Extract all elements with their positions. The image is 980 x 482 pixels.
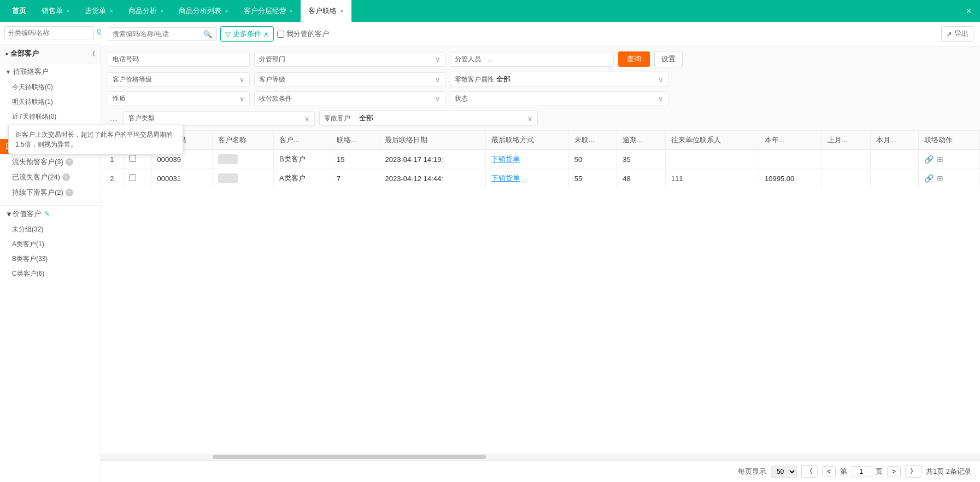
- filter-bar: 🔍 ▽ 更多条件 ∧ 我分管的客户 ↗ 导出: [101, 22, 980, 47]
- col-contact-count-header[interactable]: 联络...: [331, 131, 379, 150]
- col-last-method-header[interactable]: 最后联络方式: [486, 131, 568, 150]
- tab-sales[interactable]: 销售单 ×: [34, 0, 77, 22]
- value-customer-arrow-icon: ▼: [5, 210, 13, 218]
- close-customer-tier-tab[interactable]: ×: [290, 8, 293, 14]
- sidebar-item-today[interactable]: 今天待联络(0): [0, 80, 101, 95]
- sidebar-collapse-btn[interactable]: 《: [89, 50, 95, 58]
- contact-grid-icon[interactable]: ⊞: [937, 174, 943, 183]
- persist-decrease-help-icon[interactable]: ?: [66, 189, 73, 196]
- price-grade-input[interactable]: [152, 76, 239, 83]
- phone-input[interactable]: [145, 55, 245, 63]
- close-purchase-tab[interactable]: ×: [109, 8, 113, 14]
- retail-attr-dropdown-icon[interactable]: ∨: [658, 76, 664, 84]
- col-name-header[interactable]: 客户名称: [213, 131, 274, 150]
- table-area: ⚙ 客户编码 客户名称 客户... 联络... 最后联络日期 最后联络方式 未联…: [101, 131, 980, 454]
- customer-type-input[interactable]: [161, 114, 304, 122]
- page-number-input[interactable]: [852, 466, 871, 477]
- last-page-button[interactable]: 》: [905, 465, 922, 478]
- col-contact-person-header[interactable]: 往来单位联系人: [665, 131, 759, 150]
- close-product-analysis-tab[interactable]: ×: [160, 8, 163, 14]
- search-icon[interactable]: 🔍: [203, 30, 212, 38]
- person-input[interactable]: [488, 55, 609, 63]
- row-contact-count: 7: [331, 169, 379, 188]
- dept-input[interactable]: [292, 55, 435, 63]
- query-button[interactable]: 查询: [618, 51, 650, 67]
- retail-customer-dropdown-icon[interactable]: ∨: [527, 114, 533, 123]
- close-customer-contact-tab[interactable]: ×: [340, 8, 343, 14]
- table-row: 2 000031 A类客户 7 2023-04-12 14:44: 下销货单 5…: [101, 169, 980, 188]
- close-sales-tab[interactable]: ×: [66, 8, 69, 14]
- row-last-method[interactable]: 下销货单: [486, 150, 568, 169]
- col-overdue-header[interactable]: 逾期...: [617, 131, 666, 150]
- customer-type-dropdown-icon[interactable]: ∨: [304, 114, 310, 123]
- sidebar: 🔍 ▪ 全部客户 《 ▼ 待联络客户 今天待联络(0) 明天待联络(1) 近7天…: [0, 22, 101, 482]
- content-area: 🔍 ▽ 更多条件 ∧ 我分管的客户 ↗ 导出 电话号码: [101, 22, 980, 482]
- col-this-month-header[interactable]: 本月...: [870, 131, 919, 150]
- pay-term-input[interactable]: [292, 95, 435, 103]
- col-this-year-header[interactable]: 本年...: [759, 131, 822, 150]
- contact-link-icon[interactable]: 🔗: [924, 174, 934, 183]
- status-input[interactable]: [488, 95, 658, 103]
- contact-grid-icon[interactable]: ⊞: [937, 155, 943, 164]
- sidebar-search-input[interactable]: [4, 26, 94, 39]
- status-dropdown-icon[interactable]: ∨: [658, 95, 664, 103]
- dept-dropdown-icon[interactable]: ∨: [435, 55, 441, 63]
- row-last-date: 2023-04-12 14:44:: [379, 169, 486, 188]
- already-lost-help-icon[interactable]: ?: [62, 173, 70, 181]
- tab-customer-contact[interactable]: 客户联络 ×: [301, 0, 351, 22]
- sidebar-item-c-class[interactable]: C类客户(6): [0, 266, 101, 281]
- col-last-month-header[interactable]: 上月...: [822, 131, 871, 150]
- advanced-filters: 电话号码 分管部门 ∨ 分管人员 查询 设置 客户价格等级: [101, 47, 980, 131]
- row-this-month: [870, 150, 919, 169]
- customer-grade-dropdown-icon[interactable]: ∨: [435, 76, 441, 84]
- row-contact-person: [665, 150, 759, 169]
- value-customer-edit-icon[interactable]: ✎: [44, 210, 50, 218]
- sidebar-item-tomorrow[interactable]: 明天待联络(1): [0, 95, 101, 109]
- prev-page-button[interactable]: <: [822, 466, 836, 477]
- sidebar-item-ungroup[interactable]: 未分组(32): [0, 222, 101, 237]
- sidebar-search-icon[interactable]: 🔍: [96, 29, 101, 37]
- col-last-date-header[interactable]: 最后联络日期: [379, 131, 486, 150]
- price-grade-dropdown-icon[interactable]: ∨: [239, 76, 245, 84]
- sidebar-item-a-class[interactable]: A类客户(1): [0, 237, 101, 252]
- lost-predict-help-icon[interactable]: ?: [66, 158, 73, 166]
- tab-product-analysis[interactable]: 商品分析 ×: [121, 0, 171, 22]
- row-last-method[interactable]: 下销货单: [486, 169, 568, 188]
- horizontal-scrollbar[interactable]: [101, 454, 980, 460]
- export-button[interactable]: ↗ 导出: [941, 26, 973, 42]
- pay-term-field: 收付款条件 ∨: [254, 91, 445, 106]
- next-page-button[interactable]: >: [887, 466, 901, 477]
- col-no-contact-header[interactable]: 未联...: [568, 131, 617, 150]
- sidebar-item-already-lost[interactable]: 已流失客户(24) ?: [0, 170, 101, 185]
- my-customers-checkbox[interactable]: [277, 31, 284, 38]
- search-input[interactable]: [113, 30, 203, 38]
- pay-term-dropdown-icon[interactable]: ∨: [435, 95, 441, 103]
- close-window-button[interactable]: ×: [962, 6, 976, 16]
- sidebar-item-b-class[interactable]: B类客户(33): [0, 252, 101, 266]
- tab-customer-tier[interactable]: 客户分层经营 ×: [236, 0, 301, 22]
- customer-grade-input[interactable]: [292, 76, 435, 83]
- row-type: B类客户: [273, 150, 331, 169]
- contact-link-icon[interactable]: 🔗: [924, 155, 934, 164]
- sidebar-group-value-customer[interactable]: ▼ 价值客户 ✎: [0, 205, 101, 222]
- filter-more-dots[interactable]: ...: [108, 113, 119, 123]
- row-checkbox[interactable]: [123, 169, 151, 188]
- gender-dropdown-icon[interactable]: ∨: [239, 95, 245, 103]
- more-conditions-btn[interactable]: ▽ 更多条件 ∧: [220, 26, 274, 42]
- close-product-analysis-list-tab[interactable]: ×: [225, 8, 228, 14]
- sidebar-group-wait-contact[interactable]: ▼ 待联络客户: [0, 63, 101, 80]
- table-header-row: ⚙ 客户编码 客户名称 客户... 联络... 最后联络日期 最后联络方式 未联…: [101, 131, 980, 150]
- col-type-header[interactable]: 客户...: [273, 131, 331, 150]
- tab-product-analysis-list[interactable]: 商品分析列表 ×: [171, 0, 236, 22]
- sidebar-item-lost-predict[interactable]: 流失预警客户(3) ?: [0, 154, 101, 170]
- tab-purchase[interactable]: 进货单 ×: [77, 0, 120, 22]
- gender-input[interactable]: [145, 95, 239, 103]
- sidebar-search-area: 🔍: [0, 22, 101, 44]
- page-size-select[interactable]: 50: [771, 466, 797, 478]
- settings-button[interactable]: 设置: [654, 51, 683, 67]
- first-page-button[interactable]: 《: [801, 465, 818, 478]
- scroll-thumb[interactable]: [213, 455, 486, 459]
- tab-home[interactable]: 首页: [4, 0, 34, 22]
- sidebar-item-persist-decrease[interactable]: 持续下滑客户(2) ?: [0, 185, 101, 200]
- sidebar-item-7days[interactable]: 近7天待联络(0): [0, 109, 101, 124]
